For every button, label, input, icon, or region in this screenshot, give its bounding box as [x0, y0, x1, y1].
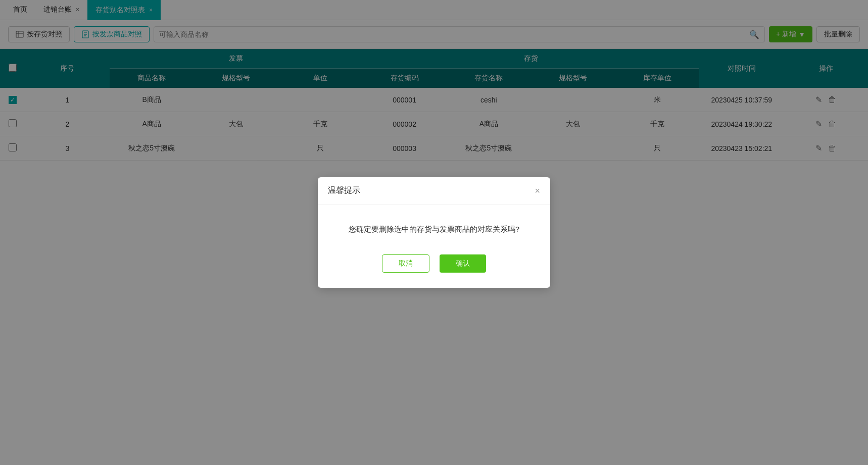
dialog-message: 您确定要删除选中的存货与发票商品的对应关系吗?	[349, 225, 519, 233]
confirm-dialog: 温馨提示 × 您确定要删除选中的存货与发票商品的对应关系吗? 取消 确认	[318, 177, 550, 288]
overlay: 温馨提示 × 您确定要删除选中的存货与发票商品的对应关系吗? 取消 确认	[0, 0, 868, 465]
dialog-header: 温馨提示 ×	[318, 177, 550, 204]
dialog-close-button[interactable]: ×	[535, 186, 540, 195]
confirm-button[interactable]: 确认	[440, 254, 486, 273]
dialog-body: 您确定要删除选中的存货与发票商品的对应关系吗?	[318, 204, 550, 249]
dialog-footer: 取消 确认	[318, 249, 550, 288]
dialog-title: 温馨提示	[328, 185, 360, 196]
cancel-button[interactable]: 取消	[382, 254, 429, 273]
